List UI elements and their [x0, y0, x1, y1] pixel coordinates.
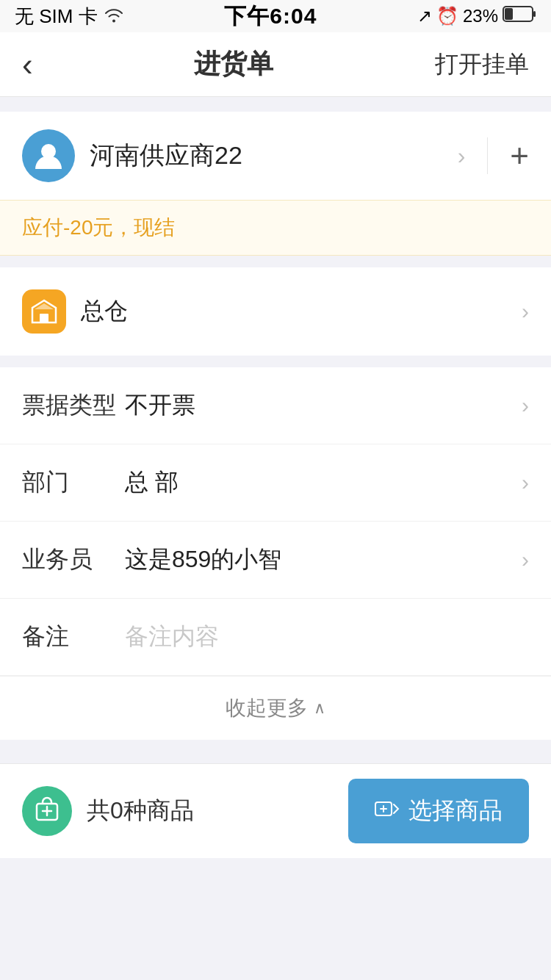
remark-placeholder: 备注内容 — [118, 621, 529, 653]
product-icon-bg — [22, 786, 72, 836]
form-section: 票据类型 不开票 › 部门 总 部 › 业务员 这是859的小智 › 备注 备注… — [0, 367, 551, 740]
salesperson-value: 这是859的小智 — [118, 544, 522, 576]
svg-rect-2 — [533, 11, 536, 17]
select-product-label: 选择商品 — [408, 795, 503, 827]
supplier-name: 河南供应商22 — [90, 139, 458, 173]
open-hangup-button[interactable]: 打开挂单 — [435, 48, 529, 81]
department-label: 部门 — [22, 466, 118, 499]
invoice-value: 不开票 — [118, 389, 522, 422]
wifi-icon — [104, 5, 124, 28]
form-row-remark[interactable]: 备注 备注内容 — [0, 599, 551, 676]
department-value: 总 部 — [118, 466, 522, 499]
section-gap-1 — [0, 97, 551, 112]
warehouse-icon-bg — [22, 289, 66, 334]
status-right: ↗ ⏰ 23% — [417, 5, 536, 27]
select-product-button[interactable]: 选择商品 — [348, 779, 529, 843]
carrier-text: 无 SIM 卡 — [15, 4, 98, 29]
collapse-row[interactable]: 收起更多 ∧ — [0, 676, 551, 740]
back-button[interactable]: ‹ — [22, 48, 33, 81]
salesperson-label: 业务员 — [22, 544, 118, 576]
section-gap-2 — [0, 256, 551, 267]
collapse-label: 收起更多 — [226, 694, 308, 722]
remark-label: 备注 — [22, 621, 118, 653]
salesperson-chevron-icon: › — [522, 547, 529, 572]
supplier-avatar — [22, 129, 75, 182]
product-bar: 共0种商品 选择商品 — [0, 763, 551, 858]
nav-bar: ‹ 进货单 打开挂单 — [0, 32, 551, 97]
supplier-add-button[interactable]: + — [510, 137, 529, 174]
svg-rect-4 — [40, 314, 48, 323]
location-icon: ↗ — [417, 6, 432, 26]
warehouse-chevron-icon: › — [522, 299, 529, 324]
supplier-row[interactable]: 河南供应商22 › + — [0, 112, 551, 200]
status-bar: 无 SIM 卡 下午6:04 ↗ ⏰ 23% — [0, 0, 551, 32]
collapse-arrow-icon: ∧ — [314, 699, 325, 718]
status-left: 无 SIM 卡 — [15, 4, 124, 29]
form-row-salesperson[interactable]: 业务员 这是859的小智 › — [0, 522, 551, 599]
status-time: 下午6:04 — [224, 1, 317, 32]
select-btn-icon — [375, 799, 400, 824]
notice-banner: 应付-20元，现结 — [0, 200, 551, 256]
supplier-chevron-icon: › — [458, 143, 466, 170]
alarm-icon: ⏰ — [436, 6, 458, 26]
product-icon — [32, 796, 62, 826]
battery-icon — [503, 5, 536, 27]
supplier-card: 河南供应商22 › + 应付-20元，现结 — [0, 112, 551, 256]
form-row-department[interactable]: 部门 总 部 › — [0, 444, 551, 522]
invoice-label: 票据类型 — [22, 389, 118, 422]
vertical-divider — [487, 137, 488, 174]
department-chevron-icon: › — [522, 470, 529, 495]
warehouse-card: 总仓 › — [0, 267, 551, 356]
user-icon — [32, 140, 65, 172]
svg-rect-1 — [505, 8, 513, 20]
form-row-invoice[interactable]: 票据类型 不开票 › — [0, 367, 551, 444]
page-background — [0, 858, 551, 980]
notice-text: 应付-20元，现结 — [22, 216, 175, 239]
invoice-chevron-icon: › — [522, 393, 529, 418]
product-count: 共0种商品 — [87, 795, 348, 827]
warehouse-row[interactable]: 总仓 › — [0, 267, 551, 356]
section-gap-3 — [0, 356, 551, 367]
warehouse-icon — [30, 298, 58, 325]
section-gap-4 — [0, 740, 551, 752]
page-title: 进货单 — [194, 46, 273, 82]
battery-text: 23% — [463, 6, 498, 26]
warehouse-name: 总仓 — [81, 295, 128, 328]
